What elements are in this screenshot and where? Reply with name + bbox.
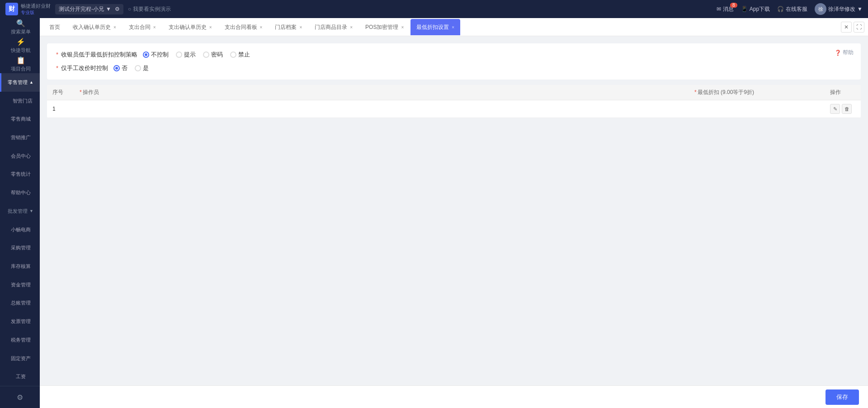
form-card: ❓ 帮助 * 收银员低于最低折扣控制策略 不控制 xyxy=(47,43,861,80)
tab-close-store-product[interactable]: × xyxy=(350,25,353,30)
policy-radio-group: 不控制 提示 密码 禁止 xyxy=(143,51,250,59)
radio-forbid[interactable]: 禁止 xyxy=(230,51,250,59)
tab-min-discount[interactable]: 最低折扣设置 × xyxy=(410,19,460,35)
sidebar-item-member[interactable]: 会员中心 xyxy=(0,147,40,165)
save-button[interactable]: 保存 xyxy=(826,389,859,405)
tab-close-payment-board[interactable]: × xyxy=(260,25,263,30)
sidebar-item-ledger[interactable]: 总账管理 xyxy=(0,294,40,313)
sidebar-item-assets[interactable]: 固定资产 xyxy=(0,349,40,368)
help-btn[interactable]: ❓ 帮助 xyxy=(835,49,854,56)
sidebar-item-retail-stats[interactable]: 零售统计 xyxy=(0,165,40,184)
clipboard-icon: 📋 xyxy=(16,56,25,65)
tab-close-min-discount[interactable]: × xyxy=(452,25,454,30)
tab-income-history[interactable]: 收入确认单历史 × xyxy=(67,19,122,35)
cell-operator xyxy=(74,100,689,118)
sidebar-item-smart-store[interactable]: 智营门店 xyxy=(0,92,40,110)
tab-close-income-history[interactable]: × xyxy=(113,25,116,30)
chevron-down-icon: ▼ xyxy=(29,209,33,213)
page-footer: 保存 xyxy=(40,385,868,408)
sidebar-item-wholesale[interactable]: 批发管理 ▼ xyxy=(0,202,40,220)
tab-expand-btn[interactable]: ⛶ xyxy=(854,22,864,33)
sidebar-item-retail-mall[interactable]: 零售商城 xyxy=(0,110,40,129)
sidebar-item-inventory[interactable]: 库存核算 xyxy=(0,257,40,276)
col-header-action: 操作 xyxy=(825,85,861,100)
cell-action: ✎ 🗑 xyxy=(825,100,861,118)
sidebar-item-search[interactable]: 🔍 搜索菜单 xyxy=(0,18,40,37)
search-icon: 🔍 xyxy=(16,19,25,28)
tab-bar: 首页 收入确认单历史 × 支出合同 × 支出确认单历史 × 支出合同看板 × 门… xyxy=(40,18,868,36)
tab-payment-contract[interactable]: 支出合同 × xyxy=(123,19,162,35)
edit-row-btn[interactable]: ✎ xyxy=(830,104,840,114)
table-card: 序号 *操作员 *最低折扣 (9.00等于9折) 操作 1 xyxy=(47,85,861,118)
manual-control-row: * 仅手工改价时控制 否 是 xyxy=(56,64,852,72)
user-menu[interactable]: 徐 徐泽华修改 ▼ xyxy=(815,3,863,15)
manual-label: * 仅手工改价时控制 xyxy=(56,64,108,72)
sidebar-item-ecommerce[interactable]: 小畅电商 xyxy=(0,220,40,239)
table-header-row: 序号 *操作员 *最低折扣 (9.00等于9折) 操作 xyxy=(47,85,861,100)
message-icon: ✉ xyxy=(717,6,721,12)
tab-bar-actions: ✕ ⛶ xyxy=(841,22,864,33)
tab-payment-board[interactable]: 支出合同看板 × xyxy=(219,19,269,35)
tab-close-pos-password[interactable]: × xyxy=(401,25,404,30)
online-service-btn[interactable]: 🎧 在线客服 xyxy=(777,5,807,13)
discount-table: 序号 *操作员 *最低折扣 (9.00等于9折) 操作 1 xyxy=(47,85,861,118)
policy-row: * 收银员低于最低折扣控制策略 不控制 提示 xyxy=(56,51,852,59)
radio-password[interactable]: 密码 xyxy=(203,51,223,59)
topbar-actions: ✉ 消息 8 📱 App下载 🎧 在线客服 徐 徐泽华修改 ▼ xyxy=(717,3,863,15)
row-action-btns: ✎ 🗑 xyxy=(830,104,855,114)
message-badge: 8 xyxy=(730,3,737,8)
sidebar-item-shortcut[interactable]: ⚡ 快捷导航 xyxy=(0,37,40,55)
tab-payment-history[interactable]: 支出确认单历史 × xyxy=(163,19,218,35)
tab-home[interactable]: 首页 xyxy=(43,19,66,35)
sidebar-item-payroll[interactable]: 工资 xyxy=(0,367,40,386)
radio-no-control[interactable]: 不控制 xyxy=(143,51,169,59)
sidebar-item-help[interactable]: 帮助中心 xyxy=(0,183,40,202)
chevron-down-icon: ▼ xyxy=(106,6,111,12)
radio-yes[interactable]: 是 xyxy=(135,64,149,72)
table-row: 1 ✎ 🗑 xyxy=(47,100,861,118)
sidebar-item-invoice[interactable]: 发票管理 xyxy=(0,312,40,331)
tab-store-file[interactable]: 门店档案 × xyxy=(269,19,308,35)
question-icon: ❓ xyxy=(835,50,841,56)
headset-icon: 🎧 xyxy=(777,6,784,12)
lightning-icon: ⚡ xyxy=(16,38,25,46)
delete-row-btn[interactable]: 🗑 xyxy=(842,104,852,114)
circle-icon: ○ xyxy=(128,6,131,12)
page-content: ❓ 帮助 * 收银员低于最低折扣控制策略 不控制 xyxy=(40,36,868,385)
topbar: 财 畅捷通好业财 专业版 测试分开完程-小兄 ▼ ⚙ ○ 我要看实例演示 ✉ 消… xyxy=(0,0,868,18)
sidebar-item-retail[interactable]: 零售管理 ▲ xyxy=(0,73,40,92)
sidebar-settings-btn[interactable]: ⚙ xyxy=(0,386,40,408)
cell-seq: 1 xyxy=(47,100,74,118)
manual-radio-group: 否 是 xyxy=(113,64,149,72)
logo-text: 畅捷通好业财 专业版 xyxy=(21,3,51,15)
radio-tip[interactable]: 提示 xyxy=(176,51,196,59)
message-btn[interactable]: ✉ 消息 8 xyxy=(717,5,734,13)
app-download-btn[interactable]: 📱 App下载 xyxy=(741,5,770,13)
logo-icon: 财 xyxy=(5,3,18,15)
sidebar-item-tax[interactable]: 税务管理 xyxy=(0,331,40,349)
avatar: 徐 xyxy=(815,3,826,15)
policy-label: * 收银员低于最低折扣控制策略 xyxy=(56,51,137,59)
tab-store-product[interactable]: 门店商品目录 × xyxy=(309,19,359,35)
col-header-operator: *操作员 xyxy=(74,85,689,100)
tab-pos-password[interactable]: POS加密管理 × xyxy=(359,19,410,35)
app-logo: 财 畅捷通好业财 专业版 xyxy=(5,3,51,15)
demo-link[interactable]: ○ 我要看实例演示 xyxy=(128,5,171,13)
settings-icon[interactable]: ⚙ xyxy=(115,6,120,12)
project-selector[interactable]: 测试分开完程-小兄 ▼ ⚙ xyxy=(55,4,123,14)
chevron-up-icon: ▲ xyxy=(29,80,33,84)
sidebar-item-marketing[interactable]: 营销推广 xyxy=(0,128,40,147)
cell-discount xyxy=(689,100,825,118)
sidebar: 🔍 搜索菜单 ⚡ 快捷导航 📋 项目合同 零售管理 ▲ 智营门店 零售商城 营销… xyxy=(0,18,40,408)
download-icon: 📱 xyxy=(741,6,748,12)
tab-close-payment-contract[interactable]: × xyxy=(153,25,156,30)
sidebar-item-contract[interactable]: 📋 项目合同 xyxy=(0,55,40,73)
chevron-down-icon: ▼ xyxy=(857,6,863,12)
col-header-discount: *最低折扣 (9.00等于9折) xyxy=(689,85,825,100)
tab-close-all-btn[interactable]: ✕ xyxy=(841,22,852,33)
tab-close-store-file[interactable]: × xyxy=(299,25,302,30)
sidebar-item-purchase[interactable]: 采购管理 xyxy=(0,239,40,257)
radio-no[interactable]: 否 xyxy=(113,64,127,72)
tab-close-payment-history[interactable]: × xyxy=(209,25,212,30)
sidebar-item-finance[interactable]: 资金管理 xyxy=(0,276,40,294)
